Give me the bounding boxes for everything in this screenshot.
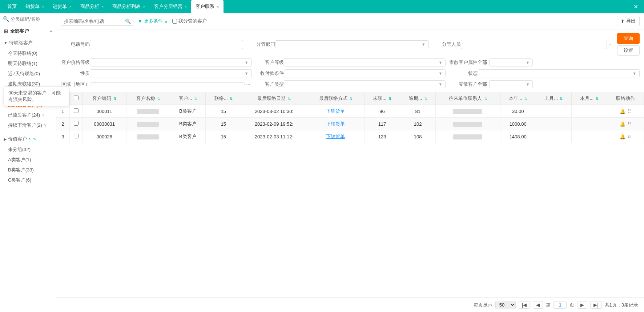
th-last-month[interactable]: 上月... ⇅ — [536, 92, 571, 105]
sidebar-item-a-class[interactable]: A类客户(1) — [0, 155, 56, 165]
close-icon[interactable]: × — [217, 4, 219, 9]
tab-customer-contact[interactable]: 客户联系 × — [191, 0, 223, 13]
my-customers-checkbox[interactable]: 我分管的客户 — [172, 18, 207, 24]
sort-icon: ⇅ — [230, 97, 233, 101]
sidebar-group-pending[interactable]: ▼ 待联络客户 — [0, 37, 56, 48]
td-last-contact-method[interactable]: 下销货单 — [307, 105, 364, 118]
contact-icon[interactable]: 🔔 — [620, 121, 625, 127]
edit-icon[interactable]: ✎ — [33, 137, 36, 142]
first-page-btn[interactable]: |◀ — [519, 301, 530, 309]
sidebar-search-input[interactable] — [11, 16, 56, 22]
th-type[interactable]: 客户... ⇅ — [170, 92, 206, 105]
th-name[interactable]: 客户名称 ⇅ — [126, 92, 170, 105]
settings-button[interactable]: 设置 — [617, 45, 640, 56]
export-btn[interactable]: ⬆ 导出 — [617, 16, 640, 26]
manager-input[interactable] — [461, 40, 607, 49]
status-select[interactable]: ▼ — [478, 69, 640, 77]
contact-icon[interactable]: 🔔 — [620, 134, 625, 139]
customer-level-select[interactable]: ▼ — [284, 58, 446, 66]
sidebar-item-churned[interactable]: 已流失客户(24) ? — [0, 110, 56, 120]
close-icon[interactable]: × — [101, 4, 104, 9]
close-icon[interactable]: × — [42, 4, 44, 9]
bottom-bar: 每页显示 50 100 200 |◀ ◀ 第 页 ▶ ▶| 共1页，3条记录 — [56, 297, 644, 312]
sidebar-group-value[interactable]: ▶ 价值客户 ↻ ✎ — [0, 134, 56, 145]
refresh-icon[interactable]: ↻ — [28, 137, 32, 142]
contact-method-link[interactable]: 下销货单 — [326, 108, 345, 114]
row-checkbox[interactable] — [74, 108, 79, 113]
row-checkbox[interactable] — [74, 121, 79, 126]
td-last-contact-method[interactable]: 下销货单 — [307, 130, 364, 143]
price-level-select[interactable]: ▼ — [90, 58, 252, 66]
sidebar-item-today-pending[interactable]: 今天待联络(0) — [0, 48, 56, 58]
th-last-contact-date[interactable]: 最后联络日期 ⇅ — [241, 92, 307, 105]
sidebar-item-7days-pending[interactable]: 近7天待联络(0) — [0, 69, 56, 79]
more-conditions-btn[interactable]: ▼ 更多条件 ▲ — [138, 18, 168, 24]
filter-search-icon[interactable]: 🔍 — [125, 19, 131, 24]
th-this-year[interactable]: 本年... ⇅ — [500, 92, 536, 105]
more-icon[interactable]: ··· — [607, 41, 614, 47]
more-action-icon[interactable]: ⠿ — [628, 134, 631, 139]
page-size-label: 每页显示 — [474, 302, 492, 308]
nature-select[interactable]: ▼ — [90, 69, 252, 77]
contact-icon[interactable]: 🔔 — [620, 109, 625, 114]
th-code[interactable]: 客户编码 ⇅ — [82, 92, 126, 105]
th-unlink-days[interactable]: 未联... ⇅ — [364, 92, 400, 105]
th-overdue[interactable]: 逾期... ⇅ — [400, 92, 436, 105]
prev-page-btn[interactable]: ◀ — [533, 301, 543, 309]
td-code: 00030031 — [82, 118, 126, 130]
td-checkbox[interactable] — [69, 130, 82, 143]
sidebar-item-c-class[interactable]: C类客户(6) — [0, 175, 56, 185]
more-action-icon[interactable]: ⠿ — [628, 109, 631, 114]
select-all-checkbox[interactable] — [74, 96, 79, 100]
sidebar-item-b-class[interactable]: B类客户(33) — [0, 165, 56, 175]
tab-home[interactable]: 首页 — [3, 0, 21, 13]
close-icon[interactable]: × — [143, 4, 145, 9]
td-checkbox[interactable] — [69, 105, 82, 118]
tab-customer-layer[interactable]: 客户分层经营 × — [150, 0, 191, 13]
page-input[interactable] — [554, 301, 567, 309]
my-customers-check[interactable] — [172, 19, 177, 24]
th-checkbox[interactable] — [69, 92, 82, 105]
tab-product-analysis-list[interactable]: 商品分析列表 × — [108, 0, 149, 13]
query-button[interactable]: 查询 — [617, 33, 640, 44]
last-page-btn[interactable]: ▶| — [590, 301, 601, 309]
th-this-month[interactable]: 本月... ⇅ — [571, 92, 607, 105]
td-this-year: 30.00 — [500, 105, 536, 118]
close-icon[interactable]: × — [69, 4, 71, 9]
phone-input[interactable] — [90, 40, 243, 49]
tab-bar: 首页 销货单 × 进货单 × 商品分析 × 商品分析列表 × 客户分层经营 × … — [0, 0, 644, 13]
tab-product-analysis[interactable]: 商品分析 × — [76, 0, 108, 13]
row-checkbox[interactable] — [74, 134, 79, 138]
sidebar-item-declining[interactable]: 持续下滑客户(2) ? — [0, 120, 56, 130]
next-page-btn[interactable]: ▶ — [577, 301, 587, 309]
contact-method-link[interactable]: 下销货单 — [326, 121, 345, 126]
customer-type-select[interactable]: ▼ — [284, 80, 446, 88]
more-action-icon[interactable]: ⠿ — [628, 121, 631, 127]
sidebar-item-ungrouped[interactable]: 未分组(32) — [0, 145, 56, 155]
td-code: 000011 — [82, 105, 126, 118]
th-last-contact-method[interactable]: 最后联络方式 ⇅ — [307, 92, 364, 105]
sidebar-item-tomorrow-pending[interactable]: 明天待联络(1) — [0, 58, 56, 69]
region-select[interactable] — [90, 82, 245, 86]
tab-purchase-order[interactable]: 进货单 × — [48, 0, 76, 13]
contact-method-link[interactable]: 下销货单 — [326, 134, 345, 139]
collapse-icon: « — [50, 29, 52, 34]
sidebar-all-customers[interactable]: ⊞ 全部客户 « — [0, 25, 56, 37]
tab-sales-order[interactable]: 销货单 × — [21, 0, 48, 13]
retail-attr-select[interactable]: ▼ — [489, 58, 533, 66]
close-icon[interactable]: × — [185, 4, 187, 9]
page-size-select[interactable]: 50 100 200 — [495, 301, 516, 309]
td-last-contact-method[interactable]: 下销货单 — [307, 118, 364, 130]
td-checkbox[interactable] — [69, 118, 82, 130]
window-close-button[interactable]: ✕ — [631, 3, 641, 10]
payment-select[interactable]: ▼ — [284, 69, 446, 77]
td-name — [126, 118, 170, 130]
page-unit: 页 — [569, 302, 574, 308]
th-contacts[interactable]: 联络... ⇅ — [206, 92, 241, 105]
dept-select[interactable]: ▼ — [275, 40, 428, 48]
filter-field-dept: 分管部门 ▼ — [246, 40, 428, 48]
filter-search-input[interactable] — [64, 19, 125, 24]
retail-select[interactable]: ▼ — [489, 80, 533, 88]
th-contact-person[interactable]: 往来单位联系人 ⇅ — [436, 92, 500, 105]
more-icon[interactable]: ··· — [245, 81, 252, 87]
